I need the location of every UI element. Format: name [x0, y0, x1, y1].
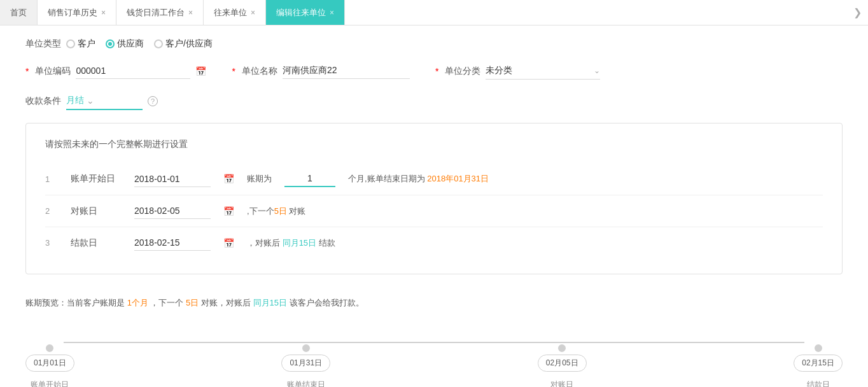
unit-name-field: * 单位名称 — [232, 63, 409, 79]
tab-cash-daily-label: 钱货日清工作台 — [127, 7, 185, 18]
tab-sales-history-label: 销售订单历史 — [48, 7, 97, 18]
tab-home-label: 首页 — [10, 7, 27, 18]
tab-contacts-label: 往来单位 — [214, 7, 247, 18]
tab-bar: 首页 销售订单历史 × 钱货日清工作台 × 往来单位 × 编辑往来单位 × ❯ — [0, 0, 868, 25]
billing-row-1-calendar-icon[interactable]: 📅 — [223, 174, 234, 184]
preview-middle1: ，下一个 — [150, 298, 183, 307]
preview-highlight3: 同月15日 — [253, 298, 287, 307]
billing-row-3-label: 结款日 — [71, 237, 122, 249]
payment-condition-arrow-icon: ⌄ — [87, 95, 94, 106]
radio-supplier-label: 供应商 — [117, 38, 144, 50]
timeline-bubble-1: 01月31日 — [281, 355, 330, 372]
preview-section: 账期预览：当前客户账期是 1个月 ，下一个 5日 对账，对账后 同月15日 该客… — [25, 287, 843, 319]
radio-both-circle — [154, 39, 163, 48]
billing-row-2-calendar-icon[interactable]: 📅 — [223, 206, 234, 216]
unit-info-row: * 单位编码 📅 * 单位名称 * 单位分类 未分类 ⌄ — [25, 62, 843, 80]
unit-type-field: 单位类型 客户 供应商 客户/供应商 — [25, 38, 213, 50]
unit-code-field: * 单位编码 📅 — [25, 63, 206, 79]
billing-row-2-desc: ,下一个5日 对账 — [247, 206, 305, 217]
timeline: 01月01日 账单开始日 01月31日 账单结束日 02月05日 对账日 02月… — [25, 332, 843, 387]
billing-row-1-num: 1 — [45, 174, 58, 184]
tab-edit-contacts-close[interactable]: × — [330, 8, 334, 17]
radio-supplier[interactable]: 供应商 — [106, 38, 144, 50]
unit-name-star: * — [232, 66, 235, 76]
unit-type-label: 单位类型 — [25, 38, 61, 50]
billing-row-3-desc: ，对账后 同月15日 结款 — [247, 237, 335, 249]
billing-row-2: 2 对账日 📅 ,下一个5日 对账 — [45, 195, 823, 227]
radio-supplier-circle — [106, 39, 115, 48]
billing-row-3: 3 结款日 📅 ，对账后 同月15日 结款 — [45, 227, 823, 258]
billing-end-date: 2018年01月31日 — [427, 174, 489, 183]
radio-customer-label: 客户 — [78, 38, 95, 50]
radio-customer-circle — [66, 39, 75, 48]
tab-sales-history[interactable]: 销售订单历史 × — [38, 0, 116, 25]
tab-contacts[interactable]: 往来单位 × — [204, 0, 266, 25]
unit-category-field: * 单位分类 未分类 ⌄ — [435, 62, 600, 80]
timeline-bubble-2: 02月05日 — [538, 355, 587, 372]
billing-row-2-date[interactable] — [134, 203, 211, 219]
unit-name-label: 单位名称 — [242, 66, 277, 77]
billing-row-3-highlight: 同月15日 — [283, 238, 316, 248]
timeline-label-2: 对账日 — [550, 379, 573, 387]
preview-highlight1: 1个月 — [127, 298, 148, 307]
billing-row-3-calendar-icon[interactable]: 📅 — [223, 238, 234, 248]
timeline-dot-1 — [302, 344, 310, 352]
payment-condition-value: 月结 — [66, 95, 84, 106]
tab-cash-daily[interactable]: 钱货日清工作台 × — [116, 0, 204, 25]
tab-edit-contacts[interactable]: 编辑往来单位 × — [266, 0, 345, 25]
preview-highlight2: 5日 — [186, 298, 199, 307]
timeline-node-0: 01月01日 账单开始日 — [25, 338, 74, 387]
main-content: 单位类型 客户 供应商 客户/供应商 * 单位编码 — [0, 25, 868, 387]
billing-row-1-period-unit: 个月,账单结束日期为 2018年01月31日 — [348, 173, 489, 185]
billing-title: 请按照未来的一个完整帐期进行设置 — [45, 139, 823, 150]
unit-type-row: 单位类型 客户 供应商 客户/供应商 — [25, 38, 843, 50]
help-icon[interactable]: ? — [148, 96, 158, 106]
timeline-bubble-0: 01月01日 — [25, 355, 74, 372]
unit-category-arrow-icon: ⌄ — [594, 66, 600, 75]
unit-code-calendar-icon[interactable]: 📅 — [195, 66, 206, 76]
billing-period-input[interactable] — [284, 171, 335, 187]
billing-row-1-middle: 账期为 — [247, 173, 272, 185]
timeline-bubble-3: 02月15日 — [794, 355, 843, 372]
radio-both[interactable]: 客户/供应商 — [154, 38, 213, 50]
unit-category-star: * — [435, 66, 438, 76]
timeline-dot-0 — [46, 344, 53, 352]
preview-prefix: 账期预览：当前客户账期是 — [25, 298, 125, 307]
help-icon-label: ? — [151, 97, 155, 105]
unit-code-input[interactable] — [76, 63, 190, 79]
tab-home[interactable]: 首页 — [0, 0, 38, 25]
tab-sales-history-close[interactable]: × — [101, 8, 106, 17]
unit-category-select[interactable]: 未分类 ⌄ — [486, 62, 600, 80]
billing-info-box: 请按照未来的一个完整帐期进行设置 1 账单开始日 📅 账期为 个月,账单结束日期… — [25, 123, 843, 274]
unit-name-input[interactable] — [283, 63, 410, 79]
payment-condition-row: 收款条件 月结 ⌄ ? — [25, 92, 843, 110]
payment-condition-label: 收款条件 — [25, 95, 61, 107]
tab-cash-daily-close[interactable]: × — [188, 8, 193, 17]
radio-customer[interactable]: 客户 — [66, 38, 95, 50]
payment-condition-select[interactable]: 月结 ⌄ — [66, 92, 143, 110]
unit-category-label: 单位分类 — [445, 66, 480, 77]
billing-row-2-label: 对账日 — [71, 206, 122, 217]
timeline-nodes: 01月01日 账单开始日 01月31日 账单结束日 02月05日 对账日 02月… — [25, 338, 843, 387]
timeline-label-0: 账单开始日 — [31, 379, 69, 387]
tab-contacts-close[interactable]: × — [251, 8, 255, 17]
preview-middle2: 对账，对账后 — [201, 298, 251, 307]
payment-condition-field: 收款条件 月结 ⌄ ? — [25, 92, 158, 110]
billing-row-1-label: 账单开始日 — [71, 173, 122, 185]
unit-category-value: 未分类 — [486, 65, 594, 76]
timeline-node-2: 02月05日 对账日 — [538, 338, 587, 387]
timeline-node-1: 01月31日 账单结束日 — [281, 338, 330, 387]
billing-row-1-date[interactable] — [134, 171, 211, 187]
tab-edit-contacts-label: 编辑往来单位 — [276, 7, 326, 18]
timeline-node-3: 02月15日 结款日 — [794, 338, 843, 387]
billing-row-3-date[interactable] — [134, 235, 211, 251]
billing-row-1: 1 账单开始日 📅 账期为 个月,账单结束日期为 2018年01月31日 — [45, 163, 823, 195]
timeline-label-1: 账单结束日 — [287, 379, 325, 387]
tab-more-arrow[interactable]: ❯ — [847, 0, 868, 25]
billing-row-2-highlight: 5日 — [274, 206, 287, 216]
unit-code-star: * — [25, 66, 29, 76]
billing-row-3-num: 3 — [45, 238, 58, 248]
timeline-dot-2 — [558, 344, 566, 352]
timeline-dot-3 — [815, 344, 822, 352]
unit-code-label: 单位编码 — [35, 66, 71, 77]
